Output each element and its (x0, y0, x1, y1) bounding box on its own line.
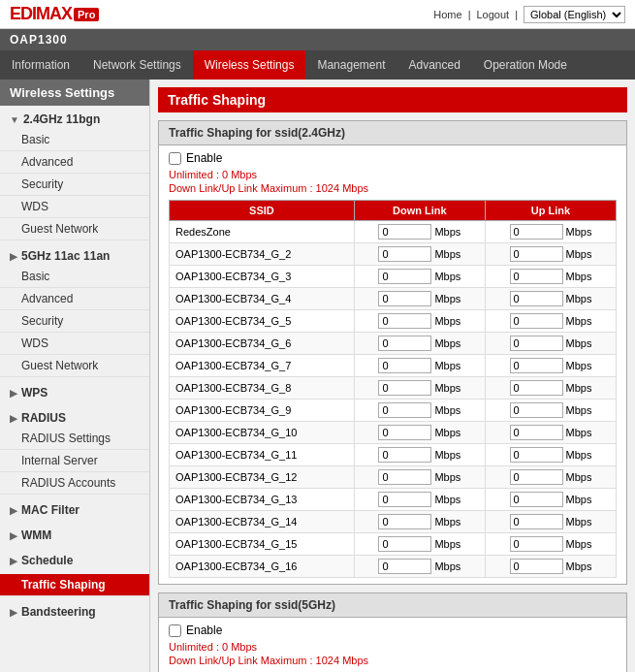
mbps-label: Mbps (566, 293, 592, 304)
enable-checkbox-2.4ghz[interactable] (169, 152, 181, 165)
sidebar-item-5ghz-advanced[interactable]: Advanced (0, 288, 149, 310)
sidebar-item-radius-settings[interactable]: RADIUS Settings (0, 428, 149, 450)
sidebar-group-schedule[interactable]: ▶ Schedule (0, 549, 149, 570)
sidebar: Wireless Settings ▼ 2.4GHz 11bgn Basic A… (0, 80, 150, 672)
mbps-label: Mbps (434, 226, 460, 238)
arrow-icon: ▼ (10, 114, 19, 125)
main-nav: Information Network Settings Wireless Se… (0, 50, 635, 80)
downlink-cell: Mbps (354, 310, 485, 333)
enable-checkbox-5ghz[interactable] (169, 624, 181, 637)
sidebar-group-radius[interactable]: ▶ RADIUS (0, 406, 149, 428)
sidebar-group-label: MAC Filter (21, 503, 79, 517)
sidebar-group-wmm[interactable]: ▶ WMM (0, 524, 149, 545)
enable-label-5ghz: Enable (186, 624, 222, 637)
sidebar-item-2.4ghz-wds[interactable]: WDS (0, 196, 149, 218)
arrow-icon: ▶ (10, 388, 17, 399)
uplink-input[interactable] (510, 358, 563, 373)
downlink-input[interactable] (378, 469, 431, 485)
sidebar-group-2.4ghz[interactable]: ▼ 2.4GHz 11bgn (0, 108, 149, 129)
col-uplink-2.4ghz: Up Link (485, 201, 616, 221)
downlink-input[interactable] (378, 246, 431, 262)
nav-management[interactable]: Management (305, 50, 397, 80)
uplink-input[interactable] (510, 246, 563, 262)
sidebar-section-wmm: ▶ WMM (0, 522, 149, 547)
logo-pro-badge: Pro (74, 8, 99, 21)
downlink-cell: Mbps (354, 511, 485, 533)
downlink-input[interactable] (378, 291, 431, 306)
uplink-input[interactable] (510, 313, 563, 329)
sidebar-group-mac-filter[interactable]: ▶ MAC Filter (0, 498, 149, 520)
downlink-input[interactable] (378, 380, 431, 396)
section-2.4ghz-title: Traffic Shaping for ssid(2.4GHz) (159, 121, 626, 145)
mbps-label: Mbps (566, 516, 592, 528)
uplink-input[interactable] (510, 269, 563, 284)
sidebar-group-label: WPS (21, 386, 48, 400)
uplink-input[interactable] (510, 536, 563, 552)
nav-operation-mode[interactable]: Operation Mode (472, 50, 579, 80)
nav-advanced[interactable]: Advanced (397, 50, 471, 80)
downlink-input[interactable] (378, 514, 431, 529)
sidebar-group-5ghz[interactable]: ▶ 5GHz 11ac 11an (0, 244, 149, 266)
sidebar-item-5ghz-security[interactable]: Security (0, 310, 149, 333)
downlink-input[interactable] (378, 447, 431, 463)
sidebar-item-traffic-shaping[interactable]: Traffic Shaping (0, 574, 149, 596)
uplink-input[interactable] (510, 447, 563, 463)
sidebar-section-5ghz: ▶ 5GHz 11ac 11an Basic Advanced Security… (0, 242, 149, 379)
downlink-input[interactable] (378, 536, 431, 552)
downlink-input[interactable] (378, 313, 431, 329)
uplink-input[interactable] (510, 514, 563, 529)
downlink-input[interactable] (378, 358, 431, 373)
table-row: OAP1300-ECB734_G_12 Mbps Mbps (170, 466, 617, 489)
uplink-input[interactable] (510, 425, 563, 440)
nav-wireless-settings[interactable]: Wireless Settings (193, 50, 306, 80)
uplink-input[interactable] (510, 380, 563, 396)
home-link[interactable]: Home (433, 9, 461, 20)
sidebar-item-2.4ghz-advanced[interactable]: Advanced (0, 151, 149, 174)
mbps-label: Mbps (434, 538, 460, 550)
uplink-cell: Mbps (485, 355, 616, 377)
language-select[interactable]: Global (English) (524, 6, 625, 23)
sidebar-group-bandsteering[interactable]: ▶ Bandsteering (0, 600, 149, 622)
downlink-input[interactable] (378, 425, 431, 440)
sidebar-item-2.4ghz-basic[interactable]: Basic (0, 129, 149, 151)
sidebar-item-2.4ghz-guest-network[interactable]: Guest Network (0, 218, 149, 240)
mbps-label: Mbps (434, 427, 460, 438)
uplink-input[interactable] (510, 336, 563, 351)
uplink-cell: Mbps (485, 221, 616, 243)
mbps-label: Mbps (566, 337, 592, 349)
uplink-input[interactable] (510, 469, 563, 485)
downlink-cell: Mbps (354, 221, 485, 243)
uplink-input[interactable] (510, 492, 563, 507)
downlink-input[interactable] (378, 336, 431, 351)
logo-edimax-text: EDIMAX (10, 4, 72, 24)
downlink-input[interactable] (378, 269, 431, 284)
sidebar-title: Wireless Settings (0, 80, 149, 106)
sidebar-item-5ghz-basic[interactable]: Basic (0, 266, 149, 288)
table-row: OAP1300-ECB734_G_15 Mbps Mbps (170, 533, 617, 556)
sidebar-item-internal-server[interactable]: Internal Server (0, 450, 149, 472)
sidebar-group-label: Schedule (21, 554, 73, 567)
sidebar-item-radius-accounts[interactable]: RADIUS Accounts (0, 472, 149, 495)
nav-information[interactable]: Information (0, 50, 81, 80)
sidebar-item-2.4ghz-security[interactable]: Security (0, 174, 149, 196)
sidebar-item-5ghz-guest-network[interactable]: Guest Network (0, 355, 149, 377)
downlink-input[interactable] (378, 492, 431, 507)
downlink-input[interactable] (378, 559, 431, 574)
uplink-input[interactable] (510, 224, 563, 240)
uplink-input[interactable] (510, 291, 563, 306)
downlink-input[interactable] (378, 402, 431, 418)
downlink-input[interactable] (378, 224, 431, 240)
nav-network-settings[interactable]: Network Settings (81, 50, 193, 80)
table-row: OAP1300-ECB734_G_3 Mbps Mbps (170, 266, 617, 288)
uplink-input[interactable] (510, 559, 563, 574)
sidebar-group-wps[interactable]: ▶ WPS (0, 381, 149, 402)
sidebar-item-5ghz-wds[interactable]: WDS (0, 333, 149, 355)
logout-link[interactable]: Logout (476, 9, 509, 20)
mbps-label: Mbps (566, 360, 592, 371)
content-scroll[interactable]: Traffic Shaping for ssid(2.4GHz) Enable … (158, 120, 627, 672)
table-row: RedesZone Mbps Mbps (170, 221, 617, 243)
sidebar-section-radius: ▶ RADIUS RADIUS Settings Internal Server… (0, 404, 149, 496)
downlink-cell: Mbps (354, 288, 485, 310)
uplink-input[interactable] (510, 402, 563, 418)
ssid-cell: OAP1300-ECB734_G_2 (170, 243, 355, 266)
